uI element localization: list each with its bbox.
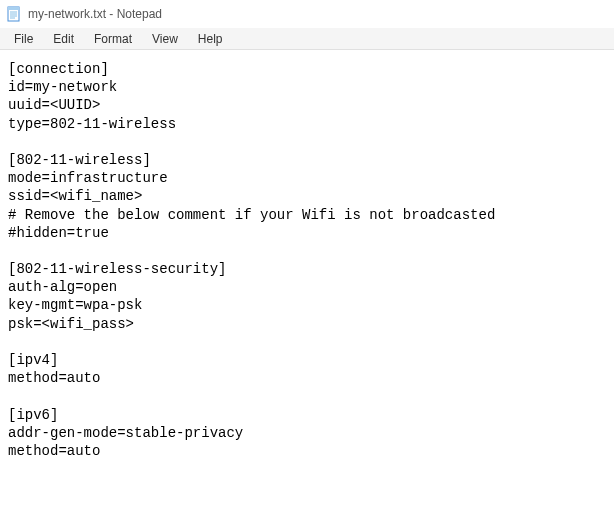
- menu-view[interactable]: View: [142, 30, 188, 48]
- notepad-icon: [6, 6, 22, 22]
- text-editor[interactable]: [connection] id=my-network uuid=<UUID> t…: [0, 50, 614, 532]
- menu-file[interactable]: File: [4, 30, 43, 48]
- svg-rect-1: [8, 7, 19, 10]
- menu-help[interactable]: Help: [188, 30, 233, 48]
- menu-edit[interactable]: Edit: [43, 30, 84, 48]
- title-bar: my-network.txt - Notepad: [0, 0, 614, 28]
- menu-bar: File Edit Format View Help: [0, 28, 614, 50]
- window-title: my-network.txt - Notepad: [28, 7, 162, 21]
- menu-format[interactable]: Format: [84, 30, 142, 48]
